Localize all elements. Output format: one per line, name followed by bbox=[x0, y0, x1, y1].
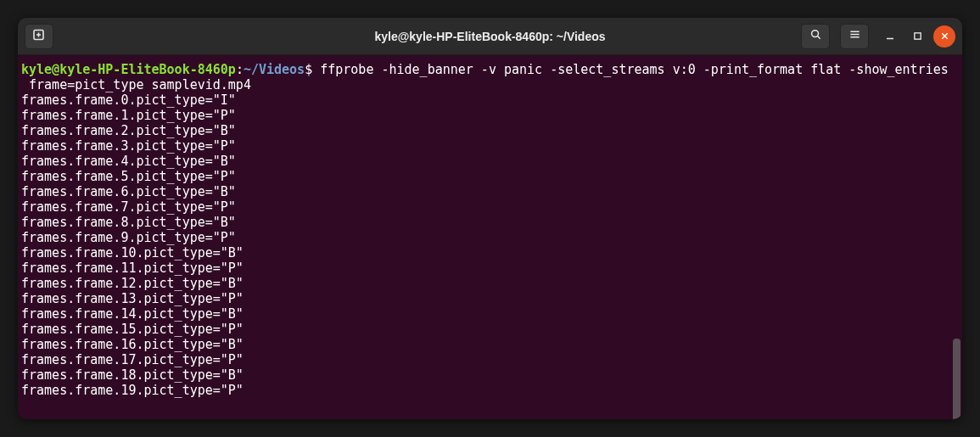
command-text: ffprobe -hide_banner -v panic -select_st… bbox=[320, 62, 949, 77]
prompt-colon: : bbox=[236, 62, 244, 77]
maximize-icon bbox=[913, 31, 922, 41]
svg-point-1 bbox=[811, 31, 818, 37]
terminal-body[interactable]: kyle@kyle-HP-EliteBook-8460p:~/Videos$ f… bbox=[18, 55, 962, 419]
prompt-userhost: kyle@kyle-HP-EliteBook-8460p bbox=[21, 62, 236, 77]
minimize-button[interactable] bbox=[879, 25, 901, 48]
search-button[interactable] bbox=[801, 24, 830, 49]
scrollbar-thumb[interactable] bbox=[953, 339, 960, 419]
minimize-icon bbox=[885, 31, 895, 42]
titlebar: kyle@kyle-HP-EliteBook-8460p: ~/Videos bbox=[18, 18, 962, 55]
hamburger-icon bbox=[848, 28, 861, 44]
new-tab-button[interactable] bbox=[25, 24, 53, 49]
menu-button[interactable] bbox=[840, 24, 869, 49]
prompt-dollar: $ bbox=[305, 62, 312, 77]
terminal-output: frames.frame.0.pict_type="I" frames.fram… bbox=[21, 92, 962, 398]
titlebar-right bbox=[801, 24, 955, 49]
scrollbar-track[interactable] bbox=[953, 59, 960, 414]
new-tab-icon bbox=[32, 28, 46, 45]
terminal-window: kyle@kyle-HP-EliteBook-8460p: ~/Videos bbox=[18, 18, 962, 419]
search-icon bbox=[809, 28, 822, 44]
close-button[interactable] bbox=[933, 25, 955, 48]
maximize-button[interactable] bbox=[906, 25, 928, 48]
svg-rect-2 bbox=[914, 33, 920, 39]
command-wrap: frame=pict_type samplevid.mp4 bbox=[21, 77, 251, 92]
prompt-path: ~/Videos bbox=[244, 62, 305, 77]
close-icon bbox=[940, 31, 949, 41]
